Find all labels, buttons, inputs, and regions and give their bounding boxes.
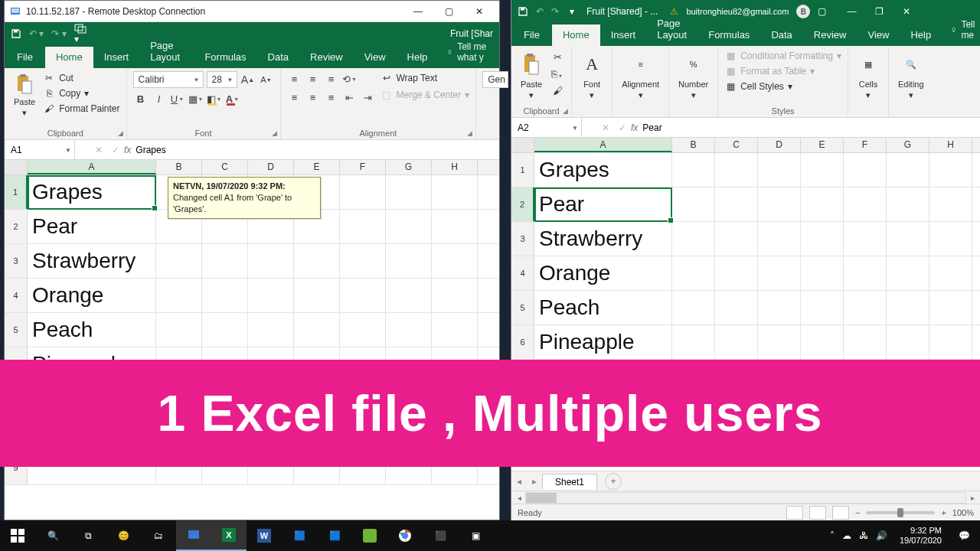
cell[interactable]: Strawberry (534, 222, 672, 256)
font-color-button[interactable]: A▼ (225, 91, 240, 106)
row[interactable]: 4Orange (511, 256, 980, 291)
taskbar-terminal[interactable]: ▣ (458, 520, 493, 551)
normal-view-button[interactable] (786, 506, 803, 520)
shrink-font-button[interactable]: A▼ (259, 72, 274, 87)
row-header[interactable]: 1 (511, 153, 534, 187)
copy-button[interactable]: ⎘Copy ▾ (43, 86, 119, 100)
col-header-C[interactable]: C (715, 138, 758, 152)
tab-home[interactable]: Home (552, 24, 600, 46)
cell[interactable] (758, 222, 801, 256)
select-all-corner[interactable] (5, 160, 28, 174)
cell[interactable] (432, 175, 478, 209)
cell[interactable] (294, 313, 340, 347)
tab-review[interactable]: Review (299, 47, 354, 68)
row[interactable]: 6Pineapple (511, 325, 980, 360)
cell[interactable] (758, 291, 801, 324)
cell[interactable] (887, 153, 929, 187)
dialog-launcher-icon[interactable]: ◢ (563, 107, 568, 115)
cell[interactable] (672, 325, 715, 359)
start-button[interactable] (0, 520, 35, 551)
cell[interactable]: Peach (28, 313, 156, 347)
cell[interactable]: Pear (28, 210, 156, 243)
cell[interactable] (294, 279, 340, 312)
tab-page-layout[interactable]: Page Layout (646, 13, 697, 46)
taskbar-file-explorer[interactable]: 🗂 (141, 520, 176, 551)
cell[interactable]: Pear (534, 187, 672, 221)
cell[interactable] (386, 313, 432, 347)
tab-file[interactable]: File (511, 24, 552, 46)
cut-button[interactable]: ✂ (550, 49, 565, 64)
cell[interactable]: Peach (534, 291, 672, 324)
action-center-button[interactable]: 💬 (948, 520, 980, 551)
cell-styles-button[interactable]: ▦Cell Styles ▾ (724, 80, 841, 93)
cell[interactable] (801, 222, 844, 256)
row[interactable]: 3Strawberry (511, 222, 980, 256)
redo-icon[interactable]: ↷ ▾ (51, 28, 66, 39)
onedrive-icon[interactable]: ☁ (842, 530, 851, 541)
new-sheet-button[interactable]: + (605, 473, 622, 490)
paste-button[interactable]: Paste▾ (518, 49, 545, 102)
row-header[interactable]: 5 (511, 291, 534, 324)
cell[interactable] (432, 244, 478, 278)
cell[interactable] (801, 291, 844, 324)
cell[interactable] (386, 210, 432, 243)
cell[interactable] (386, 244, 432, 278)
redo-icon[interactable]: ↷ (551, 6, 559, 17)
cell[interactable] (156, 279, 202, 312)
name-box[interactable]: A1▼ (5, 140, 75, 159)
cells-group-button[interactable]: ▦Cells▾ (854, 49, 882, 102)
cell[interactable] (929, 291, 972, 324)
cancel-formula-button[interactable]: ✕ (597, 122, 614, 133)
cell[interactable]: Pineapple (534, 325, 672, 359)
row-header[interactable]: 5 (5, 313, 28, 347)
format-painter-button[interactable]: 🖌Format Painter (43, 102, 119, 116)
scroll-thumb[interactable] (526, 493, 557, 503)
cell[interactable] (715, 256, 758, 290)
format-as-table-button[interactable]: ▦Format as Table ▾ (724, 64, 841, 78)
cell[interactable] (432, 279, 478, 312)
row[interactable]: 2Pear (511, 187, 980, 222)
copy-button[interactable]: ⎘▾ (550, 66, 565, 81)
cell[interactable] (844, 256, 887, 290)
maximize-button[interactable]: ▢ (433, 1, 464, 22)
grow-font-button[interactable]: A▲ (240, 72, 256, 87)
zoom-in-button[interactable]: + (941, 508, 946, 517)
fx-icon[interactable]: fx (631, 122, 642, 133)
row-header[interactable]: 2 (5, 210, 28, 243)
save-icon[interactable] (11, 28, 21, 39)
col-header-G[interactable]: G (887, 138, 929, 152)
format-painter-button[interactable]: 🖌 (550, 83, 565, 98)
col-header-D[interactable]: D (758, 138, 801, 152)
col-header-H[interactable]: H (929, 138, 972, 152)
cell[interactable] (672, 291, 715, 324)
number-group-button[interactable]: %Number▾ (675, 49, 711, 102)
tell-me[interactable]: Tell me (942, 19, 980, 46)
save-icon[interactable] (518, 6, 528, 17)
cut-button[interactable]: ✂Cut (43, 71, 119, 85)
cell[interactable] (801, 153, 844, 187)
cell[interactable] (386, 279, 432, 312)
cell[interactable] (156, 313, 202, 347)
close-button[interactable]: ✕ (464, 1, 495, 22)
qat-more-icon[interactable]: ▾ (74, 23, 87, 44)
cell[interactable] (715, 153, 758, 187)
wrap-text-button[interactable]: ↩Wrap Text (381, 71, 470, 85)
cell[interactable] (887, 222, 929, 256)
tab-insert[interactable]: Insert (600, 24, 647, 46)
cancel-formula-button[interactable]: ✕ (90, 145, 107, 155)
name-box[interactable]: A2▼ (511, 118, 582, 137)
dialog-launcher-icon[interactable]: ◢ (467, 129, 472, 137)
taskbar-camtasia[interactable] (352, 520, 387, 551)
row-header[interactable]: 6 (511, 325, 534, 359)
cell[interactable]: Strawberry (28, 244, 156, 278)
row-header[interactable]: 4 (5, 279, 28, 312)
align-bottom-button[interactable]: ≡ (324, 71, 339, 86)
zoom-out-button[interactable]: − (855, 508, 860, 517)
tab-page-layout[interactable]: Page Layout (139, 35, 194, 68)
cell[interactable] (294, 244, 340, 278)
tell-me[interactable]: Tell me what y (438, 41, 499, 68)
cell[interactable] (758, 153, 801, 187)
cell[interactable] (202, 279, 248, 312)
taskbar-word[interactable]: W (247, 520, 282, 551)
paste-button[interactable]: Paste▾ (11, 71, 38, 119)
